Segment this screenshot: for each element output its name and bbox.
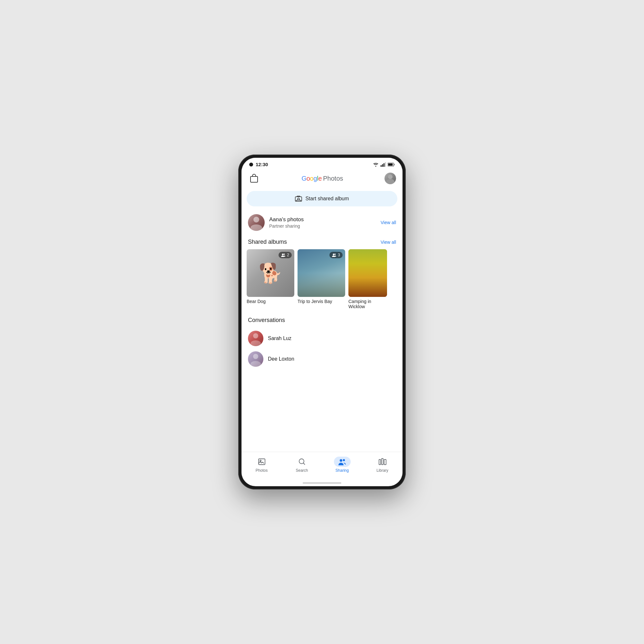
status-time: 12:30	[256, 162, 268, 167]
battery-icon	[388, 163, 395, 166]
svg-rect-20	[384, 459, 386, 465]
album-item-jervis-bay[interactable]: 3 Trip to Jervis Bay	[298, 249, 345, 309]
phone-frame: 12:30	[238, 155, 406, 489]
nav-item-library[interactable]: Library	[362, 455, 403, 475]
svg-point-15	[299, 459, 304, 464]
svg-point-14	[260, 460, 261, 461]
conversation-item-sarah[interactable]: Sarah Luz	[248, 328, 396, 349]
shared-albums-title: Shared albums	[248, 239, 287, 245]
shared-albums-view-all-link[interactable]: View all	[381, 240, 396, 245]
search-icon	[298, 458, 306, 465]
album-name-jervis-bay: Trip to Jervis Bay	[298, 299, 345, 304]
svg-point-16	[340, 459, 342, 462]
svg-point-10	[284, 254, 285, 255]
shared-albums-header: Shared albums View all	[241, 236, 403, 249]
wifi-icon	[373, 162, 379, 167]
nav-icon-wrap-photos	[253, 457, 270, 467]
sarah-avatar	[248, 331, 263, 346]
svg-point-17	[343, 459, 345, 461]
nav-item-photos[interactable]: Photos	[241, 455, 282, 475]
svg-rect-2	[384, 163, 384, 167]
people-icon	[281, 253, 286, 257]
album-item-camping-wicklow[interactable]: Camping inWicklow	[348, 249, 387, 309]
logo-o2: o	[310, 175, 314, 182]
svg-rect-1	[382, 164, 383, 167]
album-name-bear-dog: Bear Dog	[247, 299, 294, 304]
albums-scroll-container: 2 Bear Dog	[241, 249, 403, 314]
home-indicator	[241, 480, 403, 486]
status-bar: 12:30	[241, 158, 403, 170]
nav-label-sharing: Sharing	[336, 468, 349, 473]
start-shared-album-label: Start shared album	[305, 196, 349, 202]
svg-rect-0	[381, 165, 382, 167]
image-icon	[258, 458, 266, 465]
people-icon	[332, 253, 336, 257]
camera-dot	[249, 163, 253, 166]
partner-name: Aana's photos	[269, 216, 304, 223]
album-thumb-bear-dog: 2	[247, 249, 294, 297]
user-avatar	[384, 173, 396, 184]
user-avatar-button[interactable]	[384, 173, 396, 184]
nav-icon-wrap-sharing	[334, 457, 351, 467]
album-badge-count-jervis-bay: 3	[338, 253, 340, 257]
main-content: Start shared album Aana's photos Partner…	[241, 188, 403, 452]
logo-g2: g	[313, 175, 317, 182]
start-shared-album-banner[interactable]: Start shared album	[247, 191, 397, 206]
partner-sharing-section[interactable]: Aana's photos Partner sharing View all	[241, 212, 403, 236]
library-icon	[379, 458, 386, 465]
svg-point-8	[298, 198, 299, 200]
phone-screen: 12:30	[241, 158, 403, 486]
nav-label-library: Library	[376, 468, 388, 473]
album-name-camping-wicklow: Camping inWicklow	[348, 299, 387, 309]
shared-album-banner-icon	[295, 195, 302, 202]
dee-name: Dee Loxton	[268, 356, 294, 362]
shop-bag-icon	[250, 174, 258, 183]
album-badge-jervis-bay: 3	[329, 252, 343, 258]
nav-label-search: Search	[296, 468, 308, 473]
sarah-name: Sarah Luz	[268, 336, 291, 341]
conversations-section: Conversations Sarah Luz Dee Loxton	[241, 314, 403, 369]
conversations-title: Conversations	[248, 317, 396, 324]
album-badge-bear-dog: 2	[279, 252, 292, 258]
partner-view-all-link[interactable]: View all	[381, 220, 396, 225]
svg-point-12	[335, 254, 336, 255]
svg-point-11	[333, 254, 335, 255]
svg-rect-3	[385, 162, 386, 167]
partner-subtitle: Partner sharing	[269, 223, 304, 229]
album-thumb-jervis-bay: 3	[298, 249, 345, 297]
app-logo: Google Photos	[302, 175, 343, 182]
album-badge-count-bear-dog: 2	[287, 253, 289, 257]
album-thumb-camping-wicklow	[348, 249, 387, 297]
svg-rect-5	[388, 163, 393, 166]
svg-rect-13	[259, 459, 265, 465]
svg-rect-18	[379, 459, 381, 465]
nav-item-search[interactable]: Search	[282, 455, 322, 475]
svg-rect-19	[382, 459, 383, 465]
album-item-bear-dog[interactable]: 2 Bear Dog	[247, 249, 294, 309]
dee-avatar	[248, 351, 263, 367]
svg-point-9	[282, 254, 284, 255]
shop-icon-button[interactable]	[248, 172, 260, 185]
nav-item-sharing[interactable]: Sharing	[322, 455, 362, 475]
conversation-item-dee[interactable]: Dee Loxton	[248, 349, 396, 369]
bottom-navigation: Photos Search	[241, 452, 403, 480]
logo-photos-text: Photos	[323, 175, 343, 182]
top-bar: Google Photos	[241, 170, 403, 188]
nav-icon-wrap-search	[294, 457, 310, 467]
logo-g: G	[302, 175, 307, 182]
nav-label-photos: Photos	[256, 468, 268, 473]
people-sharing-icon	[338, 458, 347, 465]
signal-icon	[381, 162, 386, 167]
partner-avatar	[248, 214, 265, 231]
nav-icon-wrap-library	[374, 457, 391, 467]
logo-o1: o	[307, 175, 310, 182]
svg-rect-6	[251, 176, 258, 182]
home-bar	[303, 482, 341, 484]
logo-e: e	[318, 175, 322, 182]
